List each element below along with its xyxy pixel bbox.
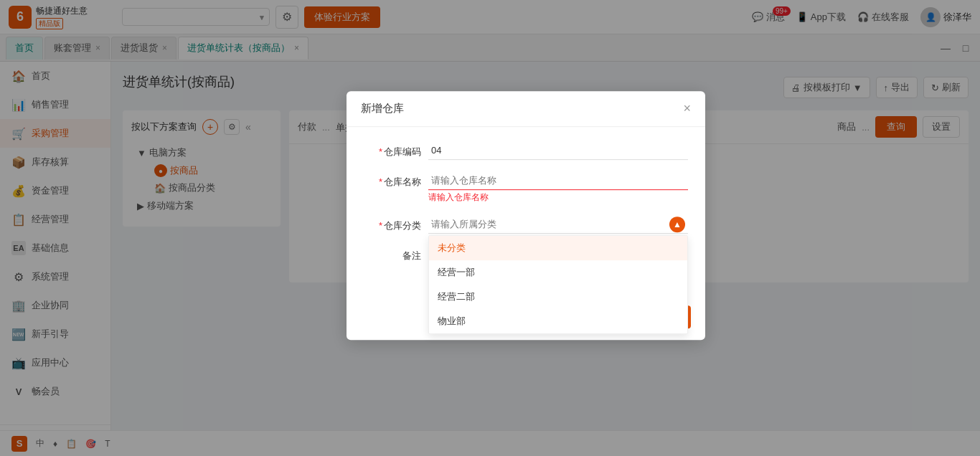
warehouse-code-input[interactable] [428, 141, 688, 160]
category-dropdown-list: 未分类 经营一部 经营二部 物业部 [428, 235, 688, 334]
warehouse-name-input[interactable] [428, 171, 688, 190]
note-label: 备注 [364, 245, 428, 262]
modal-header: 新增仓库 × [347, 91, 705, 127]
dropdown-item-dept3[interactable]: 物业部 [429, 309, 687, 333]
new-warehouse-modal: 新增仓库 × 仓库编码 仓库名称 请输入仓库名称 仓库分类 ▲ [347, 91, 705, 340]
dropdown-item-dept1[interactable]: 经营一部 [429, 260, 687, 285]
modal-body: 仓库编码 仓库名称 请输入仓库名称 仓库分类 ▲ 未分类 [347, 127, 705, 300]
name-field-wrap: 请输入仓库名称 [428, 171, 688, 204]
form-row-code: 仓库编码 [364, 141, 688, 160]
code-field-wrap [428, 141, 688, 160]
dropdown-item-uncategorized[interactable]: 未分类 [429, 236, 687, 260]
modal-close-button[interactable]: × [683, 101, 691, 116]
category-label: 仓库分类 [364, 215, 428, 232]
code-label: 仓库编码 [364, 141, 428, 158]
category-input[interactable] [428, 215, 688, 234]
name-error-msg: 请输入仓库名称 [428, 191, 688, 204]
form-row-name: 仓库名称 请输入仓库名称 [364, 171, 688, 204]
category-dropdown-toggle[interactable]: ▲ [669, 217, 685, 232]
category-field-wrap: ▲ 未分类 经营一部 经营二部 物业部 [428, 215, 688, 234]
form-row-category: 仓库分类 ▲ 未分类 经营一部 经营二部 物业部 [364, 215, 688, 234]
dropdown-item-dept2[interactable]: 经营二部 [429, 285, 687, 309]
name-label: 仓库名称 [364, 171, 428, 189]
category-select-wrap: ▲ [428, 215, 688, 234]
modal-title: 新增仓库 [361, 102, 404, 115]
